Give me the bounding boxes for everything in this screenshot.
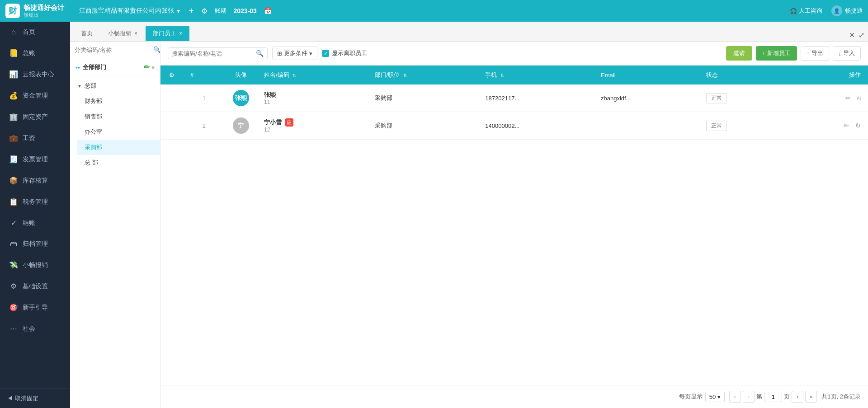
tab-expense[interactable]: 小畅报销 × — [101, 26, 145, 41]
reports-icon: 📊 — [9, 70, 18, 79]
col-avatar: 头像 — [225, 66, 257, 84]
toolbar-right: 邀请 + 新增员工 ↑ 导出 ↓ 导入 — [726, 46, 861, 61]
expense-icon: 💸 — [9, 261, 18, 269]
next-page-button[interactable]: › — [792, 391, 803, 403]
col-dept[interactable]: 部门/职位 ⇅ — [368, 66, 478, 84]
page-input[interactable] — [764, 392, 782, 402]
cell-index-2 — [160, 112, 183, 140]
sidebar-item-salary[interactable]: 💼 工资 — [0, 127, 70, 149]
pagination-bar: 每页显示 50 ▾ « ‹ 第 页 › » — [160, 385, 868, 408]
logo-area: 财 畅捷通好会计 旗舰版 — [5, 4, 75, 19]
cell-index-1b: 1 — [183, 84, 225, 112]
sidebar-item-archive[interactable]: 🗃 归档管理 — [0, 234, 70, 254]
sidebar-item-funds[interactable]: 💰 资金管理 — [0, 85, 70, 106]
cell-name-2: 宁小雪 应 12 — [257, 112, 368, 140]
sidebar-item-settings[interactable]: ⚙ 基础设置 — [0, 276, 70, 297]
export-icon: ↑ — [807, 50, 810, 57]
table-row: 1 张熙 张熙 11 采购部 187202117... zh — [160, 84, 868, 112]
refresh-icon-2[interactable]: ↻ — [855, 122, 861, 129]
col-actions: 操作 — [783, 66, 868, 84]
show-resigned-checkbox[interactable]: ✓ — [322, 50, 329, 57]
page-body: 🔍 ▪▪ 全部部门 ✏ « ▼ 总部 财务部 — [70, 42, 868, 408]
dept-search-icon[interactable]: 🔍 — [153, 46, 160, 53]
service-button[interactable]: 🎧 人工咨询 — [790, 7, 822, 15]
cell-dept-2: 采购部 — [368, 112, 478, 140]
sidebar-item-social[interactable]: ⋯ 社会 — [0, 318, 70, 339]
tab-close-expense[interactable]: × — [134, 30, 137, 37]
cell-avatar-1: 张熙 — [225, 84, 257, 112]
import-icon: ↓ — [839, 50, 842, 57]
header-right: 🎧 人工咨询 👤 畅捷通 — [790, 5, 863, 16]
calendar-icon[interactable]: 📅 — [264, 7, 272, 14]
cell-status-2: 正常 — [699, 112, 783, 140]
employee-search-icon[interactable]: 🔍 — [256, 50, 264, 57]
dept-collapse-icon[interactable]: « — [151, 64, 155, 70]
unpin-button[interactable]: ◀ 取消固定 — [0, 389, 70, 408]
cell-status-1: 正常 — [699, 84, 783, 112]
dept-node-purchase[interactable]: 采购部 — [77, 140, 160, 155]
logout-icon-1[interactable]: ⎋ — [857, 94, 861, 102]
dept-node-office[interactable]: 办公室 — [77, 124, 160, 140]
table-row: 2 宁 宁小雪 应 12 — [160, 112, 868, 140]
sidebar-item-invoice[interactable]: 🧾 发票管理 — [0, 149, 70, 170]
sidebar-item-close[interactable]: ✓ 结账 — [0, 212, 70, 234]
toolbar: 🔍 ⊞ 更多条件 ▾ ✓ 显示离职员工 邀请 + 新增员工 — [160, 42, 868, 66]
sidebar-item-reports[interactable]: 📊 云报表中心 — [0, 64, 70, 85]
cell-actions-2: ✏ ↻ — [783, 112, 868, 140]
dept-node-headquarter[interactable]: ▼ 总部 — [70, 78, 160, 94]
home-icon: ⌂ — [9, 28, 18, 36]
sidebar-item-ledger[interactable]: 📒 总账 — [0, 42, 70, 64]
export-button[interactable]: ↑ 导出 — [801, 46, 829, 61]
page-size-select: 每页显示 50 ▾ — [679, 392, 725, 402]
tab-home[interactable]: 首页 — [74, 26, 100, 41]
import-button[interactable]: ↓ 导入 — [833, 46, 861, 61]
first-page-button[interactable]: « — [729, 391, 741, 403]
edit-icon-1[interactable]: ✏ — [845, 94, 851, 102]
cell-mobile-1: 187202117... — [478, 84, 594, 112]
company-selector[interactable]: 江西服宝精品有限责任公司内账张 ▾ — [79, 7, 180, 15]
edit-icon-2[interactable]: ✏ — [844, 122, 849, 129]
more-filter-button[interactable]: ⊞ 更多条件 ▾ — [272, 47, 317, 60]
tab-employees[interactable]: 部门员工 × — [146, 26, 189, 41]
name-sort-icon: ⇅ — [292, 73, 296, 78]
alert-badge-2: 应 — [285, 118, 293, 127]
header-center: + ⚙ 账期 2023-03 📅 — [189, 6, 272, 16]
col-mobile[interactable]: 手机 ⇅ — [478, 66, 594, 84]
maximize-tab-action[interactable]: ⤢ — [859, 31, 864, 39]
add-button[interactable]: + — [189, 6, 194, 16]
dept-search-input[interactable] — [75, 47, 151, 53]
sidebar-item-inventory[interactable]: 📦 库存核算 — [0, 170, 70, 191]
page-nav: « ‹ 第 页 › » — [729, 391, 817, 403]
sidebar-item-home[interactable]: ⌂ 首页 — [0, 22, 70, 42]
prev-page-button[interactable]: ‹ — [743, 391, 755, 403]
top-header: 财 畅捷通好会计 旗舰版 江西服宝精品有限责任公司内账张 ▾ + ⚙ 账期 20… — [0, 0, 868, 22]
col-status: 状态 — [699, 66, 783, 84]
sidebar-item-fixed[interactable]: 🏢 固定资产 — [0, 106, 70, 127]
sidebar-item-tax[interactable]: 📋 税务管理 — [0, 191, 70, 212]
last-page-button[interactable]: » — [805, 391, 817, 403]
invite-button[interactable]: 邀请 — [726, 46, 752, 61]
dept-node-sales[interactable]: 销售部 — [77, 109, 160, 124]
settings-button[interactable]: ⚙ — [201, 7, 208, 15]
cell-index-1 — [160, 84, 183, 112]
page-size-dropdown[interactable]: 50 ▾ — [705, 392, 725, 402]
employee-search-input[interactable] — [172, 50, 253, 57]
cell-name-1: 张熙 11 — [257, 84, 368, 112]
col-settings[interactable]: ⚙ — [160, 66, 183, 84]
dept-node-hq[interactable]: 总 部 — [77, 155, 160, 170]
sidebar-item-expense[interactable]: 💸 小畅报销 — [0, 254, 70, 276]
show-resigned-toggle[interactable]: ✓ 显示离职员工 — [322, 49, 367, 57]
table-header-row: ⚙ # 头像 姓名/编码 ⇅ 部门/职位 ⇅ — [160, 66, 868, 84]
cell-index-2b: 2 — [183, 112, 225, 140]
dept-search-area: 🔍 — [70, 42, 160, 58]
settings-icon: ⚙ — [9, 282, 18, 291]
dept-edit-icon[interactable]: ✏ — [144, 63, 150, 71]
dept-node-finance[interactable]: 财务部 — [77, 94, 160, 109]
add-employee-button[interactable]: + 新增员工 — [756, 46, 797, 61]
avatar-1: 张熙 — [233, 90, 249, 106]
col-name[interactable]: 姓名/编码 ⇅ — [257, 66, 368, 84]
sidebar-item-guide[interactable]: 🎯 新手引导 — [0, 297, 70, 318]
tab-close-employees[interactable]: × — [179, 30, 182, 37]
close-tab-action[interactable]: ✕ — [849, 31, 855, 39]
user-info[interactable]: 👤 畅捷通 — [831, 5, 863, 16]
